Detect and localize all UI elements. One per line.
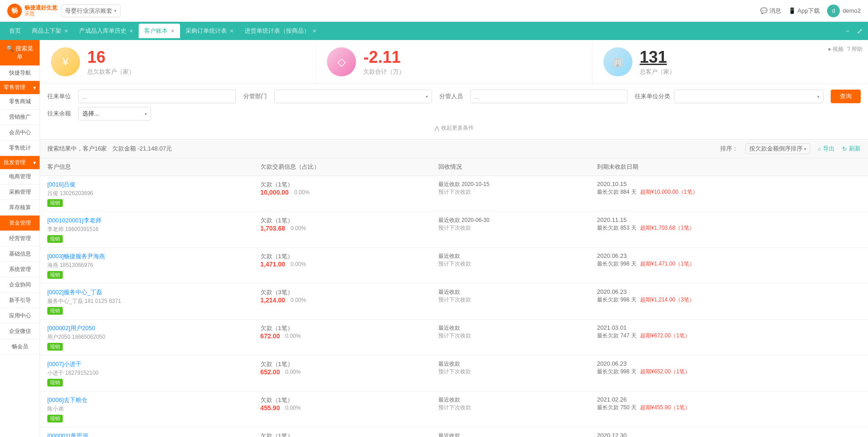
message-btn[interactable]: 💬 消息	[760, 7, 781, 15]
customer-name-1[interactable]: [0001020001]李老师	[47, 216, 246, 225]
cell-repay-6: 最近收款 预计下次收款	[431, 392, 590, 427]
tab-product-history[interactable]: 产成品入库单历史 ✕	[74, 24, 139, 38]
video-btn[interactable]: ● 视频	[828, 45, 843, 53]
expire-overdue-2[interactable]: 超期¥1,471.00（1笔）	[640, 260, 695, 268]
expire-overdue-1[interactable]: 超期¥1,703.68（1笔）	[640, 224, 695, 232]
chevron-down-icon: ▾	[426, 94, 428, 99]
repay-latest-6: 最近收款	[438, 396, 582, 404]
sort-selector[interactable]: 按欠款金额倒序排序 ▾	[745, 143, 811, 154]
customer-phone-4: 用户2050 18665062050	[47, 333, 246, 341]
expire-overdue-0[interactable]: 超期¥10,000.00（1笔）	[640, 188, 698, 196]
repay-latest-4: 最近收款	[438, 324, 582, 332]
user-area[interactable]: d demo2	[827, 5, 861, 17]
chevron-down-icon-4: ▾	[804, 146, 806, 151]
customer-name-3[interactable]: [0002]服务中心_丁磊	[47, 288, 246, 296]
tab-purchase-stat[interactable]: 采购订单统计表 ✕	[180, 24, 239, 38]
store-selector[interactable]: 母婴行业演示账套 ▾	[61, 5, 120, 17]
tab-customer-account-close[interactable]: ✕	[171, 28, 175, 34]
sidebar-item-inventory[interactable]: 库存核算	[0, 200, 40, 216]
sidebar-item-basic-info[interactable]: 基础信息	[0, 246, 40, 262]
sidebar-item-retail-mgmt[interactable]: 零售管理 ▾	[0, 81, 40, 94]
top-bar: 畅 畅捷通好生意 示范 母婴行业演示账套 ▾ 💬 消息 📱 App下载 d de…	[0, 0, 868, 22]
tab-customer-account[interactable]: 客户账本 ✕	[139, 24, 180, 38]
balance-select[interactable]: 选择... ▾	[78, 107, 151, 121]
total-customers-number: 131	[640, 48, 675, 67]
customer-name-5[interactable]: [0007]小进干	[47, 360, 246, 368]
customer-name-7[interactable]: [000001]黄思源	[47, 432, 246, 437]
customer-name-0[interactable]: [0016]吕俊	[47, 181, 246, 189]
tab-product-history-close[interactable]: ✕	[129, 28, 133, 34]
chevron-down-icon-2: ▾	[817, 94, 819, 99]
sidebar-item-operation[interactable]: 经营管理	[0, 231, 40, 246]
sidebar-search[interactable]: 🔍 搜索菜单	[0, 40, 40, 65]
filter-row-1: 往来单位 ... 分管部门 ▾ 分管人员 ...	[47, 90, 861, 103]
debt-amount-2: 1,471.00	[261, 261, 286, 268]
cell-debt-3: 欠款（3笔） 1,214.00 0.00%	[253, 284, 431, 320]
customer-name-6[interactable]: [0006]去下粮仓	[47, 396, 246, 404]
tab-product-list-close[interactable]: ✕	[64, 28, 68, 34]
expire-overdue-6[interactable]: 超期¥455.90（1笔）	[640, 404, 690, 412]
refresh-icon: ↻	[842, 146, 847, 152]
cell-customer-0: [0016]吕俊 吕俊 13026203696 现销	[40, 176, 253, 212]
customer-name-4[interactable]: [000002]用户2050	[47, 324, 246, 332]
expire-overdue-4[interactable]: 超期¥672.00（1笔）	[640, 332, 690, 340]
tab-minimize-icon[interactable]: －	[842, 26, 853, 36]
tab-inbound-stat-close[interactable]: ✕	[312, 28, 316, 34]
repay-next-6: 预计下次收款	[438, 404, 582, 412]
sidebar-item-new-guide[interactable]: 新手引导	[0, 293, 40, 308]
source-unit-input[interactable]: ...	[78, 90, 236, 103]
tab-inbound-stat[interactable]: 进货单统计表（按商品） ✕	[239, 24, 322, 38]
tab-product-list[interactable]: 商品上下架 ✕	[26, 24, 74, 38]
export-btn[interactable]: ○ 导出	[818, 145, 835, 153]
search-button[interactable]: 查询	[831, 90, 861, 103]
message-label: 消息	[769, 7, 781, 15]
sidebar: 🔍 搜索菜单 快捷导航 零售管理 ▾ 零售商城 营销推广 会员中心 零售统计 批…	[0, 40, 40, 437]
sidebar-item-batch-mgmt[interactable]: 批发管理 ▾	[0, 156, 40, 169]
sort-value: 按欠款金额倒序排序	[749, 145, 803, 152]
expire-overdue-3[interactable]: 超期¥1,214.00（3笔）	[640, 296, 695, 304]
filter-balance: 往来余额 选择... ▾	[47, 107, 861, 121]
tab-maximize-icon[interactable]: ⤢	[855, 27, 864, 35]
sidebar-item-purchase[interactable]: 采购管理	[0, 185, 40, 200]
refresh-btn[interactable]: ↻ 刷新	[842, 145, 861, 153]
repay-latest-2: 最近收款	[438, 252, 582, 260]
customer-name-2[interactable]: [0003]畅捷服务尹海燕	[47, 252, 246, 261]
table-row: [000002]用户2050 用户2050 18665062050 现销 欠款（…	[40, 320, 868, 356]
stat-info-3: 131 总客户（家）	[640, 48, 675, 76]
cell-customer-5: [0007]小进干 小进干 18279152100 现销	[40, 356, 253, 392]
cell-customer-4: [000002]用户2050 用户2050 18665062050 现销	[40, 320, 253, 356]
cell-repay-7: 最近收款 预计下次收款	[431, 427, 590, 437]
sidebar-item-finance[interactable]: 资金管理	[0, 216, 40, 231]
sidebar-item-ecommerce[interactable]: 电商管理	[0, 169, 40, 185]
sidebar-item-system[interactable]: 系统管理	[0, 262, 40, 277]
sidebar-item-app-center[interactable]: 应用中心	[0, 308, 40, 324]
sidebar-item-retail-stats[interactable]: 零售统计	[0, 141, 40, 156]
sidebar-item-free-member[interactable]: 畅会员	[0, 339, 40, 355]
sidebar-item-enterprise-wechat[interactable]: 企业微信	[0, 324, 40, 339]
sidebar-item-member[interactable]: 会员中心	[0, 125, 40, 141]
sort-label: 排序：	[720, 145, 738, 153]
person-input[interactable]: ...	[470, 90, 628, 103]
collapse-filter-btn[interactable]: ⋀ 收起更多条件	[435, 122, 474, 134]
sidebar-quick-nav[interactable]: 快捷导航	[0, 65, 40, 81]
tab-purchase-stat-close[interactable]: ✕	[230, 28, 234, 34]
expire-overdue-5[interactable]: 超期¥652.00（1笔）	[640, 368, 690, 376]
sidebar-item-marketing[interactable]: 营销推广	[0, 110, 40, 125]
sidebar-item-retail-mall[interactable]: 零售商城	[0, 94, 40, 110]
sidebar-item-enterprise-collab[interactable]: 企业协同	[0, 277, 40, 293]
filter-person: 分管人员 ...	[439, 90, 628, 103]
app-download-btn[interactable]: 📱 App下载	[788, 7, 820, 15]
expire-date-6: 2021.02.26	[597, 396, 861, 403]
debt-customers-number: 16	[87, 48, 135, 67]
customer-tag-0: 现销	[47, 199, 63, 207]
cell-repay-1: 最近收款 2020-06-30 预计下次收款	[431, 212, 590, 248]
cell-repay-5: 最近收款 预计下次收款	[431, 356, 590, 392]
dept-select[interactable]: ▾	[274, 90, 432, 103]
source-category-select[interactable]: ▾	[674, 90, 823, 103]
expire-date-7: 2020.12.30	[597, 432, 861, 437]
table-row: [0016]吕俊 吕俊 13026203696 现销 欠款（1笔） 10,000…	[40, 176, 868, 212]
expire-date-5: 2020.06.23	[597, 360, 861, 367]
debt-ratio-3: 0.00%	[291, 297, 306, 303]
tab-home[interactable]: 首页	[4, 24, 26, 38]
help-btn[interactable]: ? 帮助	[847, 45, 863, 53]
